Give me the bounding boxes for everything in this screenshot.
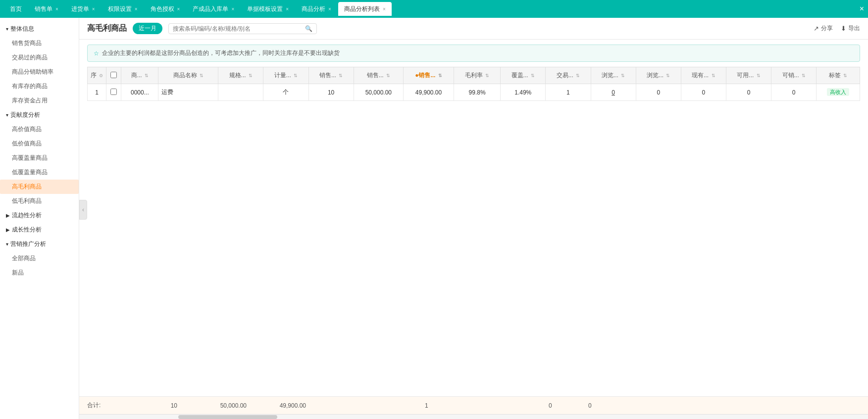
th-coverage-sort: ⇅ xyxy=(531,73,535,78)
share-button[interactable]: ↗ 分享 xyxy=(814,24,833,33)
footer-label: 合计: xyxy=(87,401,101,410)
th-seq-sort-icon: ⚙ xyxy=(99,73,103,78)
sidebar-item-in-stock[interactable]: 有库存的商品 xyxy=(0,79,79,93)
close-analysis-tab[interactable]: × xyxy=(328,6,331,12)
th-unit-label: 计量... xyxy=(274,72,291,79)
nav-tab-stockin[interactable]: 产成品入库单 × xyxy=(187,2,240,16)
cell-tag: 高收入 xyxy=(817,84,860,101)
sidebar-item-new-goods[interactable]: 新品 xyxy=(0,266,79,280)
sidebar-item-all-goods[interactable]: 全部商品 xyxy=(0,251,79,266)
scrollbar-thumb[interactable] xyxy=(178,415,277,419)
sidebar-item-inventory-capital[interactable]: 库存资金占用 xyxy=(0,93,79,108)
sidebar-group-marketing[interactable]: ▾ 营销推广分析 xyxy=(0,237,79,251)
cell-seq: 1 xyxy=(88,84,106,101)
cell-browse1[interactable]: 0 xyxy=(591,84,636,101)
close-stockin-tab[interactable]: × xyxy=(231,6,234,12)
th-spec-sort: ⇅ xyxy=(249,73,253,78)
table-wrapper[interactable]: 序 ⚙ 商... ⇅ 商品名称 ⇅ xyxy=(79,67,868,396)
sidebar-item-low-coverage[interactable]: 低覆盖量商品 xyxy=(0,165,79,180)
th-code[interactable]: 商... ⇅ xyxy=(121,67,158,84)
sidebar-item-traded-goods[interactable]: 交易过的商品 xyxy=(0,50,79,65)
th-sellable[interactable]: 可销... ⇅ xyxy=(771,67,817,84)
nav-tab-role[interactable]: 角色授权 × xyxy=(145,2,186,16)
th-available[interactable]: 可用... ⇅ xyxy=(726,67,771,84)
search-icon[interactable]: 🔍 xyxy=(305,25,312,32)
th-name-label: 商品名称 xyxy=(173,72,197,79)
export-button[interactable]: ⬇ 导出 xyxy=(841,24,860,33)
th-gross-margin-label: 毛利率 xyxy=(465,72,483,79)
th-gross-margin[interactable]: 毛利率 ⇅ xyxy=(454,67,501,84)
nav-tab-home[interactable]: 首页 xyxy=(4,2,28,16)
close-all-tabs[interactable]: × xyxy=(860,4,864,13)
collapse-icon: ‹ xyxy=(82,206,84,213)
th-trade[interactable]: 交易... ⇅ xyxy=(546,67,591,84)
select-all-checkbox[interactable] xyxy=(110,72,117,78)
footer-sales-amount: 50,000.00 xyxy=(204,402,263,409)
th-browse1[interactable]: 浏览... ⇅ xyxy=(591,67,636,84)
collapse-sidebar-button[interactable]: ‹ xyxy=(79,200,87,220)
th-current[interactable]: 现有... ⇅ xyxy=(681,67,726,84)
search-input[interactable] xyxy=(173,25,303,32)
nav-tab-analysis[interactable]: 商品分析 × xyxy=(296,2,337,16)
sidebar-group-overall[interactable]: ▾ 整体信息 xyxy=(0,22,79,36)
sidebar-group-contribution-label: 贡献度分析 xyxy=(10,111,40,119)
nav-tab-permission[interactable]: 权限设置 × xyxy=(102,2,144,16)
th-sales-cost[interactable]: ●销售... ⇅ xyxy=(403,67,454,84)
sidebar-group-trend[interactable]: ▶ 流趋性分析 xyxy=(0,208,79,223)
sidebar-group-growth[interactable]: ▶ 成长性分析 xyxy=(0,223,79,237)
content-area: 高毛利商品 近一月 🔍 ↗ 分享 ⬇ 导出 ☆ 企业的主要的利润都是这部分商品创… xyxy=(79,18,868,419)
th-coverage[interactable]: 覆盖... ⇅ xyxy=(501,67,546,84)
th-browse2-label: 浏览... xyxy=(647,72,664,79)
footer-current: 0 xyxy=(530,402,570,409)
nav-tab-purchase[interactable]: 进货单 × xyxy=(65,2,101,16)
cell-current: 0 xyxy=(681,84,726,101)
sidebar-item-high-coverage[interactable]: 高覆盖量商品 xyxy=(0,151,79,165)
row-checkbox[interactable] xyxy=(110,89,117,95)
close-template-tab[interactable]: × xyxy=(286,6,289,12)
th-name[interactable]: 商品名称 ⇅ xyxy=(158,67,218,84)
nav-tab-template-label: 单据模板设置 xyxy=(247,5,283,13)
arrow-marketing: ▾ xyxy=(6,241,8,247)
close-analysis-list-tab[interactable]: × xyxy=(383,6,386,12)
sidebar: ▾ 整体信息 销售货商品 交易过的商品 商品分销助销率 有库存的商品 库存资金占… xyxy=(0,18,79,419)
th-checkbox[interactable] xyxy=(106,67,121,84)
th-seq[interactable]: 序 ⚙ xyxy=(88,67,106,84)
nav-tab-template[interactable]: 单据模板设置 × xyxy=(241,2,295,16)
footer-sales-cost: 49,900.00 xyxy=(263,402,322,409)
close-role-tab[interactable]: × xyxy=(177,6,180,12)
th-sales-amount[interactable]: 销售... ⇅ xyxy=(354,67,403,84)
nav-tab-purchase-label: 进货单 xyxy=(71,5,89,13)
cell-browse2: 0 xyxy=(636,84,681,101)
sidebar-item-high-margin[interactable]: 高毛利商品 xyxy=(0,180,79,194)
sidebar-group-trend-label: 流趋性分析 xyxy=(12,211,42,220)
export-icon: ⬇ xyxy=(841,25,846,32)
th-tag[interactable]: 标签 ⇅ xyxy=(817,67,860,84)
cell-coverage: 1.49% xyxy=(501,84,546,101)
sidebar-item-sales-goods[interactable]: 销售货商品 xyxy=(0,36,79,50)
close-sales-tab[interactable]: × xyxy=(55,6,58,12)
th-unit[interactable]: 计量... ⇅ xyxy=(263,67,308,84)
browse1-link[interactable]: 0 xyxy=(612,89,615,96)
th-unit-sort: ⇅ xyxy=(294,73,298,78)
th-spec[interactable]: 规格... ⇅ xyxy=(218,67,263,84)
filter-recent-month-button[interactable]: 近一月 xyxy=(133,23,162,34)
footer-cells: 10 50,000.00 49,900.00 1 0 0 xyxy=(144,402,860,409)
sidebar-item-low-value[interactable]: 低价值商品 xyxy=(0,137,79,151)
cell-checkbox[interactable] xyxy=(106,84,121,101)
tag-badge: 高收入 xyxy=(827,88,849,96)
page-title: 高毛利商品 xyxy=(87,23,127,34)
nav-tab-analysis-label: 商品分析 xyxy=(302,5,325,13)
sidebar-item-low-margin[interactable]: 低毛利商品 xyxy=(0,194,79,208)
horizontal-scrollbar[interactable] xyxy=(79,414,868,419)
nav-tab-analysis-list[interactable]: 商品分析列表 × xyxy=(338,2,392,16)
sidebar-item-high-value[interactable]: 高价值商品 xyxy=(0,122,79,137)
th-sales-qty[interactable]: 销售... ⇅ xyxy=(308,67,354,84)
close-purchase-tab[interactable]: × xyxy=(92,6,95,12)
nav-tab-sales[interactable]: 销售单 × xyxy=(29,2,64,16)
nav-tab-analysis-list-label: 商品分析列表 xyxy=(344,5,380,13)
search-box: 🔍 xyxy=(168,23,317,34)
sidebar-item-distribution-rate[interactable]: 商品分销助销率 xyxy=(0,65,79,79)
close-permission-tab[interactable]: × xyxy=(135,6,138,12)
th-browse2[interactable]: 浏览... ⇅ xyxy=(636,67,681,84)
sidebar-group-contribution[interactable]: ▾ 贡献度分析 xyxy=(0,108,79,122)
